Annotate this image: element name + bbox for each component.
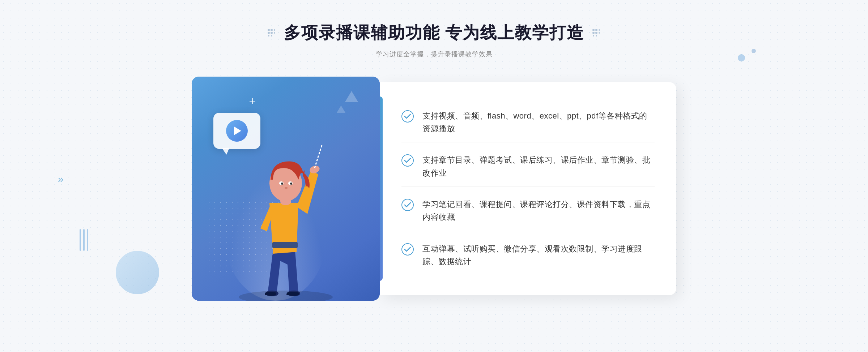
svg-point-1	[271, 29, 273, 31]
left-decorator	[267, 28, 277, 38]
illustration-card-inner	[192, 77, 380, 301]
svg-rect-27	[272, 242, 298, 248]
svg-point-12	[595, 32, 597, 34]
deco-circle-left	[116, 251, 159, 294]
svg-point-7	[271, 35, 272, 37]
sparkle-1	[250, 98, 255, 104]
svg-point-0	[268, 29, 270, 31]
svg-point-23	[281, 183, 283, 185]
svg-point-13	[599, 32, 600, 34]
deco-lines-left	[80, 229, 88, 251]
main-content: 支持视频、音频、flash、word、excel、ppt、pdf等各种格式的资源…	[181, 77, 687, 301]
illustration-card	[192, 77, 380, 301]
svg-point-30	[402, 199, 413, 211]
svg-point-8	[592, 29, 595, 31]
card-triangle-2	[337, 106, 345, 113]
header-section: 多项录播课辅助功能 专为线上教学打造 学习进度全掌握，提升录播课教学效果	[267, 22, 602, 59]
check-icon-3	[401, 199, 414, 211]
svg-point-25	[285, 187, 288, 189]
right-decorator	[591, 28, 601, 38]
deco-circle-right-2	[752, 49, 756, 53]
svg-point-16	[239, 291, 333, 301]
svg-point-6	[268, 35, 269, 37]
feature-text-1: 支持视频、音频、flash、word、excel、ppt、pdf等各种格式的资源…	[422, 110, 655, 135]
feature-item-1: 支持视频、音频、flash、word、excel、ppt、pdf等各种格式的资源…	[401, 102, 655, 142]
feature-text-3: 学习笔记回看、课程提问、课程评论打分、课件资料下载，重点内容收藏	[422, 198, 655, 223]
svg-point-29	[402, 155, 413, 166]
deco-line-2	[83, 229, 85, 251]
svg-point-9	[595, 29, 597, 31]
content-panel: 支持视频、音频、flash、word、excel、ppt、pdf等各种格式的资源…	[380, 82, 676, 295]
svg-point-15	[596, 35, 597, 37]
svg-point-31	[402, 244, 413, 255]
feature-item-2: 支持章节目录、弹题考试、课后练习、课后作业、章节测验、批改作业	[401, 146, 655, 186]
deco-arrows-left: »	[58, 173, 64, 185]
svg-point-14	[593, 35, 594, 37]
subtitle: 学习进度全掌握，提升录播课教学效果	[267, 50, 602, 59]
svg-point-4	[271, 32, 273, 34]
feature-item-4: 互动弹幕、试听购买、微信分享、观看次数限制、学习进度跟踪、数据统计	[401, 235, 655, 275]
page-container: 多项录播课辅助功能 专为线上教学打造 学习进度全掌握，提升录播课教学效果	[0, 0, 868, 352]
svg-point-10	[599, 29, 600, 31]
feature-text-4: 互动弹幕、试听购买、微信分享、观看次数限制、学习进度跟踪、数据统计	[422, 242, 655, 268]
check-icon-2	[401, 154, 414, 167]
deco-line-1	[80, 229, 81, 251]
feature-text-2: 支持章节目录、弹题考试、课后练习、课后作业、章节测验、批改作业	[422, 154, 655, 179]
main-title: 多项录播课辅助功能 专为线上教学打造	[284, 22, 584, 44]
person-illustration	[217, 113, 354, 301]
check-icon-1	[401, 110, 414, 123]
feature-item-3: 学习笔记回看、课程提问、课程评论打分、课件资料下载，重点内容收藏	[401, 191, 655, 231]
svg-point-2	[274, 29, 275, 31]
svg-point-5	[274, 32, 275, 34]
svg-point-28	[402, 111, 413, 122]
svg-point-24	[290, 183, 292, 185]
deco-line-3	[87, 229, 88, 251]
svg-point-3	[268, 32, 270, 34]
header-decorators: 多项录播课辅助功能 专为线上教学打造	[267, 22, 602, 44]
svg-point-11	[592, 32, 595, 34]
check-icon-4	[401, 243, 414, 256]
card-triangle-1	[345, 91, 358, 102]
deco-circle-right-1	[738, 54, 745, 61]
